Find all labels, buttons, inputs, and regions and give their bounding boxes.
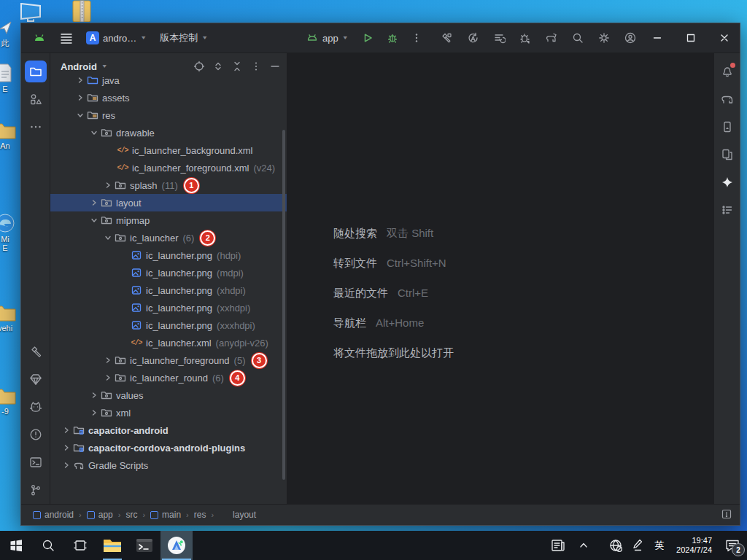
- git-branch-icon[interactable]: [25, 479, 47, 501]
- hide-panel-icon[interactable]: [269, 61, 281, 72]
- taskbar-app-android-studio[interactable]: [160, 531, 193, 560]
- chevron-right-icon[interactable]: [102, 374, 114, 381]
- tree-row-ic-launcher-png[interactable]: ic_launcher.png(hdpi): [50, 246, 287, 264]
- chevron-right-icon[interactable]: [88, 409, 100, 416]
- chevron-right-icon[interactable]: [61, 444, 72, 451]
- chevron-right-icon[interactable]: [61, 462, 72, 469]
- taskbar-app-terminal-app[interactable]: [128, 531, 160, 560]
- breadcrumb-item-main[interactable]: main: [147, 508, 184, 521]
- tree-row-res[interactable]: res: [50, 106, 287, 124]
- main-menu-button[interactable]: [55, 29, 78, 47]
- gemini-sparkle-icon[interactable]: [716, 171, 738, 193]
- panel-options-icon[interactable]: [250, 61, 262, 72]
- desktop-icon[interactable]: MiE: [0, 213, 20, 252]
- pen-icon[interactable]: [627, 531, 649, 560]
- vcs-widget[interactable]: 版本控制 ▼: [155, 28, 213, 47]
- more-actions-icon[interactable]: [406, 29, 427, 47]
- tree-row-ic-launcher-png[interactable]: ic_launcher.png(xhdpi): [50, 281, 287, 299]
- breadcrumb-item-android[interactable]: android: [30, 508, 77, 521]
- desktop-icon[interactable]: -9: [0, 386, 20, 416]
- tree-row-assets[interactable]: assets: [50, 89, 287, 106]
- settings-icon[interactable]: [592, 28, 616, 47]
- chevron-down-icon[interactable]: [88, 129, 100, 136]
- chevron-right-icon[interactable]: [102, 182, 114, 189]
- run-button[interactable]: [357, 29, 379, 47]
- action-center-button[interactable]: 2: [718, 531, 747, 560]
- start-button[interactable]: [0, 531, 32, 560]
- show-hidden-icons-button[interactable]: [573, 531, 595, 560]
- attach-debugger-icon[interactable]: [514, 28, 537, 47]
- gradle-elephant-icon[interactable]: [716, 88, 738, 110]
- notifications-bell-icon[interactable]: [716, 61, 738, 82]
- resource-manager-icon[interactable]: [25, 88, 47, 110]
- tree-row-drawable[interactable]: drawable: [50, 124, 287, 141]
- taskbar-search-button[interactable]: [32, 531, 64, 560]
- tree-row-xml[interactable]: xml: [50, 404, 287, 421]
- gem-icon[interactable]: [25, 368, 47, 390]
- task-view-button[interactable]: [64, 531, 96, 560]
- chevron-down-icon[interactable]: [102, 234, 114, 241]
- taskbar-clock[interactable]: 19:47 2024/7/24: [670, 531, 718, 560]
- account-icon[interactable]: [619, 28, 642, 47]
- device-manager-icon[interactable]: [716, 116, 738, 138]
- chevron-down-icon[interactable]: [88, 217, 100, 224]
- tree-row-values[interactable]: values: [50, 386, 287, 404]
- expand-all-icon[interactable]: [212, 61, 224, 72]
- build-icon[interactable]: [435, 28, 458, 47]
- tree-row-mipmap[interactable]: mipmap: [50, 211, 287, 229]
- tree-row-ic-launcher[interactable]: ic_launcher(6)2: [50, 229, 287, 246]
- close-button[interactable]: [709, 23, 740, 52]
- collapse-all-icon[interactable]: [231, 61, 243, 72]
- breadcrumb-item-app[interactable]: app: [84, 508, 116, 521]
- chevron-right-icon[interactable]: [102, 357, 114, 364]
- tree-row-ic-launcher-png[interactable]: ic_launcher.png(mdpi): [50, 264, 287, 281]
- profiler-icon[interactable]: [461, 28, 484, 47]
- desktop-icon-zip[interactable]: [64, 0, 99, 23]
- locate-file-icon[interactable]: [193, 61, 205, 72]
- tree-row-splash[interactable]: splash(11)1: [50, 176, 287, 194]
- chevron-right-icon[interactable]: [88, 392, 100, 399]
- breadcrumb-item-src[interactable]: src: [123, 508, 140, 521]
- minimize-button[interactable]: [642, 23, 673, 52]
- desktop-icon[interactable]: An: [0, 121, 20, 150]
- breadcrumb-item-layout[interactable]: M1.5 11.5v-7h3.6l1.2 1.4h6.2v5.6zlayout: [216, 508, 259, 521]
- device-selector[interactable]: app ▼: [301, 29, 354, 47]
- structure-list-icon[interactable]: [716, 199, 738, 221]
- project-view-selector[interactable]: Android: [61, 61, 97, 72]
- tree-row-ic-launcher-foreground-xml[interactable]: </>ic_launcher_foreground.xml(v24): [50, 159, 287, 176]
- more-tools-icon[interactable]: [25, 116, 47, 138]
- tree-scrollbar[interactable]: [282, 130, 285, 480]
- tree-row-ic-launcher-background-xml[interactable]: </>ic_launcher_background.xml: [50, 141, 287, 159]
- tree-row-java[interactable]: java: [50, 71, 287, 89]
- ime-indicator[interactable]: 英: [649, 531, 670, 560]
- chevron-right-icon[interactable]: [88, 199, 100, 206]
- problems-icon[interactable]: [25, 424, 47, 446]
- chevron-down-icon[interactable]: [74, 112, 86, 119]
- network-icon[interactable]: [605, 531, 627, 560]
- tree-row-layout[interactable]: layout: [50, 194, 287, 211]
- logcat-cat-icon[interactable]: [25, 396, 47, 418]
- search-icon[interactable]: [566, 28, 589, 47]
- tree-row-gradle-scripts[interactable]: Gradle Scripts: [50, 456, 287, 474]
- tree-row-capacitor-android[interactable]: capacitor-android: [50, 421, 287, 439]
- tree-row-ic-launcher-round[interactable]: ic_launcher_round(6)4: [50, 369, 287, 386]
- chevron-right-icon[interactable]: [74, 77, 86, 84]
- terminal-icon[interactable]: [25, 451, 47, 473]
- chevron-right-icon[interactable]: [74, 94, 86, 101]
- debug-button[interactable]: [382, 29, 403, 47]
- tree-row-ic-launcher-xml[interactable]: </>ic_launcher.xml(anydpi-v26): [50, 334, 287, 351]
- running-devices-icon[interactable]: [716, 144, 738, 166]
- gradle-sync-icon[interactable]: [540, 28, 563, 47]
- tree-row-capacitor-cordova-android-plugins[interactable]: capacitor-cordova-android-plugins: [50, 439, 287, 456]
- maximize-button[interactable]: [676, 23, 706, 52]
- desktop-icon[interactable]: E: [0, 63, 20, 93]
- build-variants-icon[interactable]: [487, 28, 511, 47]
- event-log-icon[interactable]: [721, 508, 732, 522]
- build-hammer-icon[interactable]: [25, 341, 47, 362]
- tree-row-ic-launcher-foreground[interactable]: ic_launcher_foreground(5)3: [50, 351, 287, 369]
- project-selector[interactable]: A andro… ▼: [81, 28, 152, 47]
- chevron-right-icon[interactable]: [61, 427, 72, 434]
- tree-row-ic-launcher-png[interactable]: ic_launcher.png(xxxhdpi): [50, 316, 287, 334]
- project-folder-icon[interactable]: [25, 61, 47, 82]
- tree-row-ic-launcher-png[interactable]: ic_launcher.png(xxhdpi): [50, 299, 287, 316]
